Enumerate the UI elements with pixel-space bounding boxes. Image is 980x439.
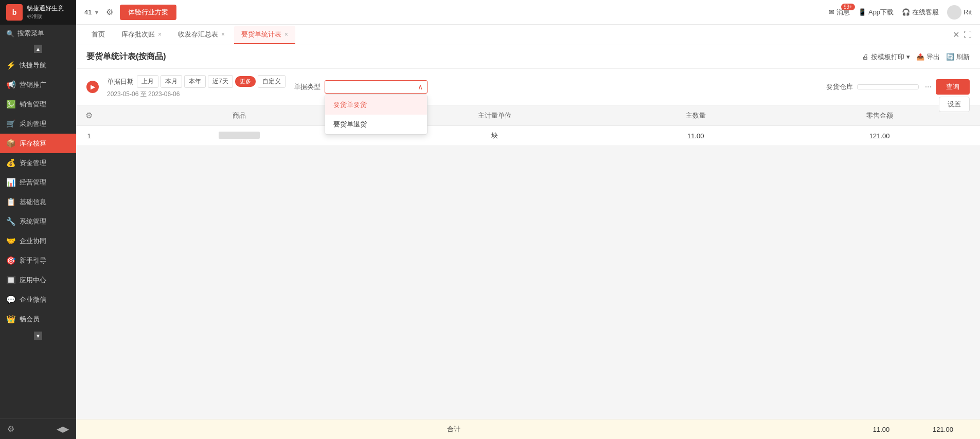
table-header: ⚙ 商品 主计量单位 主数量 零售金额 — [76, 105, 980, 126]
scroll-down[interactable]: ▼ — [0, 329, 76, 342]
sidebar-item-apps[interactable]: 🔲 应用中心 — [0, 270, 76, 290]
refresh-btn[interactable]: 🔄 刷新 — [946, 52, 970, 62]
dropdown-option-order-return[interactable]: 要货单退货 — [325, 115, 427, 134]
type-select[interactable]: ∧ — [325, 80, 427, 94]
warehouse-label: 要货仓库 — [826, 82, 853, 92]
tab-receivable-summary[interactable]: 收发存汇总表 × — [171, 26, 232, 44]
tab-order-stats[interactable]: 要货单统计表 × — [234, 26, 295, 44]
type-filter-row: 单据类型 ∧ — [294, 80, 427, 94]
sidebar-item-label: 基础信息 — [20, 197, 46, 207]
settings-icon[interactable]: ⚙ — [7, 424, 14, 434]
filter-more-btn[interactable]: ··· — [925, 82, 932, 92]
refresh-icon: 🔄 — [946, 53, 954, 61]
user-avatar-area[interactable]: Rit — [947, 5, 972, 20]
sidebar-item-operations[interactable]: 📊 经营管理 — [0, 173, 76, 192]
trial-btn[interactable]: 体验行业方案 — [120, 5, 176, 20]
scroll-up-arrow[interactable]: ▲ — [34, 45, 42, 53]
template-print-btn[interactable]: 🖨 按模板打印 ▾ — [862, 52, 910, 62]
sidebar-nav: ▲ ⚡ 快捷导航 📢 营销推广 💹 销售管理 🛒 采购管理 📦 库存核算 💰 资… — [0, 42, 76, 418]
messages-btn[interactable]: ✉ 消息 99+ — [829, 8, 850, 17]
system-icon: 🔧 — [6, 217, 15, 226]
cooperation-icon: 🤝 — [6, 236, 15, 246]
member-icon: 👑 — [6, 315, 15, 324]
settings-btn-area: 设置 — [939, 95, 970, 112]
apps-icon: 🔲 — [6, 276, 15, 285]
sidebar-item-purchase[interactable]: 🛒 采购管理 — [0, 114, 76, 134]
print-icon: 🖨 — [862, 53, 869, 61]
export-btn[interactable]: 📤 导出 — [916, 52, 940, 62]
tab-order-stats-close[interactable]: × — [284, 31, 288, 38]
sidebar-item-label: 库存核算 — [20, 139, 46, 148]
basic-info-icon: 📋 — [6, 197, 15, 207]
user-name: Rit — [964, 8, 972, 16]
app-icon: 📱 — [858, 8, 866, 16]
table-row: 1 块 11.00 121.00 — [76, 126, 980, 146]
sidebar-item-guide[interactable]: 🎯 新手引导 — [0, 251, 76, 270]
print-label: 按模板打印 — [871, 52, 904, 62]
account-selector[interactable]: 41 ▼ — [84, 8, 99, 16]
query-btn[interactable]: 查询 — [936, 79, 970, 95]
refresh-label: 刷新 — [956, 52, 970, 62]
account-number: 41 — [84, 8, 92, 16]
tab-expand-btn[interactable]: ⛶ — [964, 30, 972, 40]
app-download-btn[interactable]: 📱 App下载 — [858, 8, 894, 17]
scroll-down-arrow[interactable]: ▼ — [34, 332, 42, 340]
sidebar-item-inventory[interactable]: 📦 库存核算 — [0, 134, 76, 153]
table-header-row: ⚙ 商品 主计量单位 主数量 零售金额 — [76, 105, 980, 126]
dropdown-option-order-goods[interactable]: 要货单要货 — [325, 95, 427, 115]
settings-btn[interactable]: 设置 — [939, 97, 970, 112]
sales-icon: 💹 — [6, 100, 15, 109]
date-btn-last-month[interactable]: 上月 — [137, 75, 158, 88]
sidebar-item-wechat[interactable]: 💬 企业微信 — [0, 290, 76, 309]
tab-inventory-batch-close[interactable]: × — [158, 31, 162, 38]
filter-expand-btn[interactable]: ▶ — [86, 81, 99, 93]
sidebar-item-sales[interactable]: 💹 销售管理 — [0, 95, 76, 114]
online-service-btn[interactable]: 🎧 在线客服 — [902, 8, 939, 17]
footer-qty: 11.00 — [850, 426, 912, 433]
export-icon: 📤 — [916, 53, 924, 61]
date-btn-last-7[interactable]: 近7天 — [208, 75, 233, 88]
tab-close-all-btn[interactable]: ✕ — [953, 30, 959, 40]
sidebar-item-basic-info[interactable]: 📋 基础信息 — [0, 192, 76, 212]
sidebar-item-cooperation[interactable]: 🤝 企业协同 — [0, 231, 76, 251]
date-btn-this-year[interactable]: 本年 — [184, 75, 206, 88]
scroll-up[interactable]: ▲ — [0, 42, 76, 56]
date-btn-this-month[interactable]: 本月 — [161, 75, 182, 88]
tab-receivable-summary-close[interactable]: × — [221, 31, 225, 38]
type-label: 单据类型 — [294, 82, 320, 92]
sidebar-item-label: 新手引导 — [20, 256, 46, 265]
sidebar-item-finance[interactable]: 💰 资金管理 — [0, 153, 76, 173]
sidebar: b 畅捷通好生意 标准版 🔍 搜索菜单 ▲ ⚡ 快捷导航 📢 营销推广 💹 销售… — [0, 0, 76, 439]
footer-label: 合计 — [108, 425, 799, 434]
purchase-icon: 🛒 — [6, 119, 15, 129]
search-icon: 🔍 — [6, 30, 14, 38]
date-btn-custom[interactable]: 自定义 — [258, 75, 286, 88]
sidebar-item-label: 营销推广 — [20, 80, 46, 89]
warehouse-select[interactable] — [857, 84, 919, 89]
date-range-text: 2023-05-06 至 2023-06-06 — [107, 90, 180, 98]
th-qty: 主数量 — [612, 105, 779, 126]
th-settings[interactable]: ⚙ — [76, 105, 102, 126]
service-label: 在线客服 — [912, 8, 939, 17]
topbar: 41 ▼ ⚙ 体验行业方案 ✉ 消息 99+ 📱 App下载 🎧 在线客服 R — [76, 0, 980, 25]
tab-home[interactable]: 首页 — [84, 26, 112, 44]
sidebar-bottom: ⚙ ◀▶ — [0, 418, 76, 439]
sidebar-item-member[interactable]: 👑 畅会员 — [0, 309, 76, 329]
page-header-actions: 🖨 按模板打印 ▾ 📤 导出 🔄 刷新 — [862, 52, 970, 62]
date-btn-more[interactable]: 更多 — [235, 76, 256, 87]
sidebar-item-quick-nav[interactable]: ⚡ 快捷导航 — [0, 56, 76, 75]
sidebar-item-system[interactable]: 🔧 系统管理 — [0, 212, 76, 231]
filter-bar: ▶ 单据日期 上月 本月 本年 近7天 更多 自定义 2023-05-06 至 … — [76, 69, 980, 105]
sidebar-item-label: 企业协同 — [20, 236, 46, 246]
topbar-gear-button[interactable]: ⚙ — [103, 6, 116, 19]
td-amount: 121.00 — [779, 126, 980, 146]
date-filter-group: 单据日期 上月 本月 本年 近7天 更多 自定义 2023-05-06 至 20… — [107, 75, 286, 99]
table-settings-icon[interactable]: ⚙ — [85, 111, 93, 120]
sidebar-item-marketing[interactable]: 📢 营销推广 — [0, 75, 76, 95]
tab-inventory-batch-label: 库存批次账 — [121, 30, 155, 39]
sidebar-search[interactable]: 🔍 搜索菜单 — [0, 25, 76, 42]
page-title: 要货单统计表(按商品) — [86, 51, 166, 62]
toggle-icon[interactable]: ◀▶ — [57, 424, 69, 434]
tab-inventory-batch[interactable]: 库存批次账 × — [114, 26, 169, 44]
data-table: ⚙ 商品 主计量单位 主数量 零售金额 1 块 — [76, 105, 980, 146]
